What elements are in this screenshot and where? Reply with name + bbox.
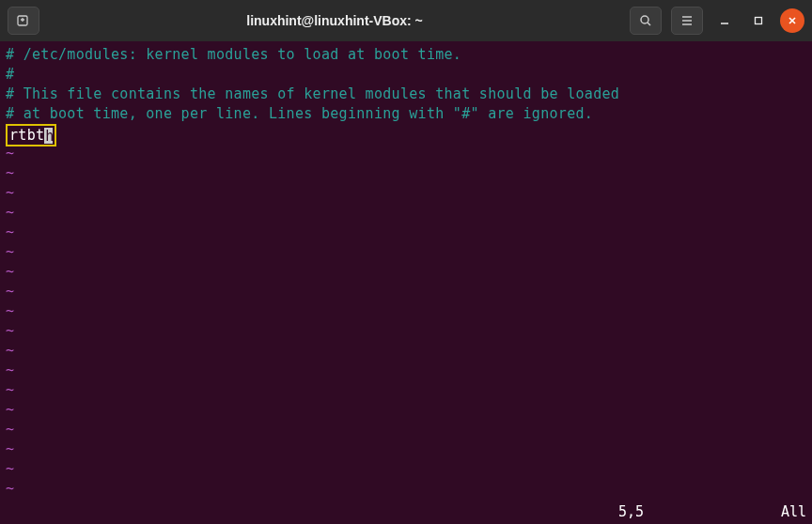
status-cursor-position: 5,5 <box>618 503 750 520</box>
text-cursor: h <box>44 128 53 144</box>
menu-button[interactable] <box>671 7 703 35</box>
file-comment-line: # This file contains the names of kernel… <box>6 85 806 104</box>
new-tab-button[interactable] <box>8 7 39 35</box>
minimize-button[interactable] <box>712 8 737 33</box>
status-left <box>6 503 618 520</box>
vim-tilde-line: ~ <box>6 420 806 439</box>
vim-tilde-line: ~ <box>6 341 806 361</box>
titlebar-left-controls <box>8 7 39 35</box>
vim-status-line: 5,5 All <box>6 503 806 520</box>
vim-tilde-line: ~ <box>6 439 806 459</box>
status-view-percentage: All <box>750 503 806 520</box>
vim-tilde-line: ~ <box>6 262 806 282</box>
svg-line-2 <box>648 23 650 25</box>
maximize-icon <box>753 15 764 26</box>
new-tab-icon <box>16 13 31 28</box>
svg-rect-7 <box>756 18 762 24</box>
hamburger-icon <box>679 13 695 28</box>
vim-tilde-line: ~ <box>6 144 806 163</box>
file-comment-line: # <box>6 65 806 85</box>
terminal-content[interactable]: # /etc/modules: kernel modules to load a… <box>0 41 812 502</box>
vim-tilde-line: ~ <box>6 282 806 301</box>
window-title: linuxhint@linuxhint-VBox: ~ <box>47 13 622 28</box>
vim-tilde-line: ~ <box>6 361 806 380</box>
vim-tilde-line: ~ <box>6 479 806 499</box>
editor-line-highlighted: rtbth <box>6 124 806 144</box>
vim-tilde-line: ~ <box>6 163 806 183</box>
close-icon <box>787 15 798 26</box>
vim-tilde-line: ~ <box>6 203 806 223</box>
vim-tilde-line: ~ <box>6 242 806 262</box>
svg-point-1 <box>641 16 648 23</box>
vim-tilde-line: ~ <box>6 400 806 420</box>
close-button[interactable] <box>780 8 804 33</box>
vim-tilde-line: ~ <box>6 183 806 203</box>
vim-tilde-line: ~ <box>6 459 806 479</box>
maximize-button[interactable] <box>746 8 771 33</box>
minimize-icon <box>719 15 730 26</box>
vim-tilde-line: ~ <box>6 380 806 400</box>
search-icon <box>638 13 653 28</box>
vim-tilde-line: ~ <box>6 223 806 242</box>
vim-tilde-line: ~ <box>6 321 806 341</box>
window-titlebar: linuxhint@linuxhint-VBox: ~ <box>0 0 812 41</box>
titlebar-right-controls <box>630 7 804 35</box>
file-comment-line: # /etc/modules: kernel modules to load a… <box>6 45 806 65</box>
search-button[interactable] <box>630 7 662 35</box>
file-comment-line: # at boot time, one per line. Lines begi… <box>6 104 806 124</box>
vim-tilde-line: ~ <box>6 301 806 321</box>
